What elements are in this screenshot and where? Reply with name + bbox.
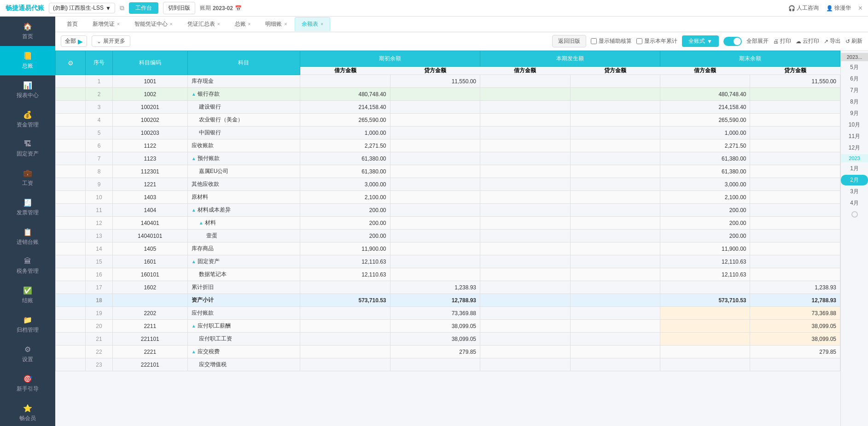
show-ytd-checkbox[interactable]: 显示本年累计 bbox=[636, 37, 677, 45]
row-settings-22[interactable] bbox=[56, 358, 86, 371]
row-settings-10[interactable] bbox=[56, 204, 86, 217]
sidebar-item-guide[interactable]: 🎯 新手引导 bbox=[0, 369, 55, 398]
month-2-active[interactable]: 2月 bbox=[841, 175, 868, 185]
row-name-22[interactable]: 应交增值税 bbox=[187, 358, 300, 371]
sidebar-item-member[interactable]: ⭐ 畅会员 bbox=[0, 398, 55, 426]
row-settings-14[interactable] bbox=[56, 255, 86, 268]
row-name-14[interactable]: ▲ 固定资产 bbox=[187, 255, 300, 268]
print-button[interactable]: 🖨 打印 bbox=[773, 37, 791, 45]
tab-home[interactable]: 首页 bbox=[60, 17, 85, 31]
copy-icon[interactable]: ⧉ bbox=[120, 4, 124, 12]
month-9[interactable]: 9月 bbox=[841, 108, 868, 119]
sidebar-item-assets-mgmt[interactable]: 💰 资金管理 bbox=[0, 105, 55, 134]
calendar-icon[interactable]: 📅 bbox=[235, 5, 242, 12]
expand-button[interactable]: ⌄ 展开更多 bbox=[92, 35, 130, 47]
row-name-2[interactable]: 建设银行 bbox=[187, 101, 300, 114]
row-name-21[interactable]: ▲ 应交税费 bbox=[187, 345, 300, 358]
row-settings-2[interactable] bbox=[56, 101, 86, 114]
row-name-6[interactable]: ▲ 预付账款 bbox=[187, 152, 300, 165]
month-10[interactable]: 10月 bbox=[841, 120, 868, 130]
row-settings-18[interactable] bbox=[56, 307, 86, 320]
row-name-11[interactable]: ▲ 材料 bbox=[187, 217, 300, 230]
user-avatar[interactable]: 👤 徐漫华 bbox=[826, 4, 851, 12]
month-4[interactable]: 4月 bbox=[841, 198, 868, 208]
sidebar-item-wages[interactable]: 💼 工资 bbox=[0, 163, 55, 193]
tab-smart-voucher[interactable]: 智能凭证中心 × bbox=[128, 17, 180, 31]
switch-version-button[interactable]: 切到旧版 bbox=[163, 2, 195, 14]
show-aux-checkbox[interactable]: 显示辅助核算 bbox=[591, 37, 632, 45]
sidebar-item-fixed-assets[interactable]: 🏗 固定资产 bbox=[0, 134, 55, 163]
consult-button[interactable]: 🎧 人工咨询 bbox=[788, 4, 819, 12]
month-11[interactable]: 11月 bbox=[841, 131, 868, 142]
sidebar-item-invoice[interactable]: 🧾 发票管理 bbox=[0, 193, 55, 222]
row-name-7[interactable]: 嘉属EU公司 bbox=[187, 165, 300, 178]
row-settings-13[interactable] bbox=[56, 242, 86, 255]
global-close-button[interactable]: × bbox=[858, 4, 862, 12]
row-settings-15[interactable] bbox=[56, 268, 86, 281]
workbench-button[interactable]: 工作台 bbox=[129, 2, 158, 14]
sidebar-item-settings[interactable]: ⚙ 设置 bbox=[0, 340, 55, 369]
month-5[interactable]: 5月 bbox=[841, 62, 868, 73]
fullmode-button[interactable]: 全账式 ▼ bbox=[682, 35, 719, 47]
row-settings-11[interactable] bbox=[56, 217, 86, 230]
sidebar-item-archive[interactable]: 📁 归档管理 bbox=[0, 310, 55, 340]
row-name-15[interactable]: 数据笔记本 bbox=[187, 268, 300, 281]
row-settings-20[interactable] bbox=[56, 333, 86, 345]
sidebar-item-reports[interactable]: 📊 报表中心 bbox=[0, 75, 55, 105]
tab-new-voucher[interactable]: 新增凭证 × bbox=[86, 17, 127, 31]
row-settings-21[interactable] bbox=[56, 345, 86, 358]
row-name-8[interactable]: 其他应收款 bbox=[187, 178, 300, 191]
tab-ledger[interactable]: 总账 × bbox=[228, 17, 258, 31]
ytd-checkbox-input[interactable] bbox=[636, 38, 642, 44]
row-name-16[interactable]: 累计折旧 bbox=[187, 281, 300, 294]
tab-detail-ledger[interactable]: 明细账 × bbox=[258, 17, 294, 31]
row-name-4[interactable]: 中国银行 bbox=[187, 127, 300, 139]
sidebar-item-tax[interactable]: 🏛 税务管理 bbox=[0, 252, 55, 281]
sidebar-item-ledger[interactable]: 📒 总账 bbox=[0, 46, 55, 75]
row-name-19[interactable]: ▲ 应付职工薪酬 bbox=[187, 320, 300, 333]
row-name-3[interactable]: 农业银行（美金） bbox=[187, 114, 300, 127]
row-settings-8[interactable] bbox=[56, 178, 86, 191]
row-name-9[interactable]: 原材料 bbox=[187, 191, 300, 204]
export-button[interactable]: ↗ 导出 bbox=[824, 37, 841, 45]
row-name-13[interactable]: 库存商品 bbox=[187, 242, 300, 255]
row-settings-5[interactable] bbox=[56, 139, 86, 152]
row-settings-17[interactable] bbox=[56, 294, 86, 307]
row-settings-0[interactable] bbox=[56, 75, 86, 88]
month-8[interactable]: 8月 bbox=[841, 97, 868, 107]
refresh-button[interactable]: ↺ 刷新 bbox=[845, 37, 862, 45]
col-header-settings[interactable]: ⚙ bbox=[56, 51, 86, 75]
close-voucher-summary[interactable]: × bbox=[217, 22, 220, 27]
month-1[interactable]: 1月 bbox=[841, 163, 868, 174]
row-settings-16[interactable] bbox=[56, 281, 86, 294]
gear-icon[interactable]: ⚙ bbox=[68, 59, 74, 67]
cloud-print-button[interactable]: ☁ 云打印 bbox=[796, 37, 819, 45]
expand-all-toggle[interactable] bbox=[723, 37, 742, 46]
close-detail-ledger[interactable]: × bbox=[284, 22, 287, 27]
month-6[interactable]: 6月 bbox=[841, 74, 868, 84]
row-settings-19[interactable] bbox=[56, 320, 86, 333]
row-name-5[interactable]: 应收账款 bbox=[187, 139, 300, 152]
row-settings-7[interactable] bbox=[56, 165, 86, 178]
row-name-10[interactable]: ▲ 材料成本差异 bbox=[187, 204, 300, 217]
row-settings-6[interactable] bbox=[56, 152, 86, 165]
row-settings-3[interactable] bbox=[56, 114, 86, 127]
month-7[interactable]: 7月 bbox=[841, 85, 868, 96]
return-old-button[interactable]: 返回旧版 bbox=[552, 35, 586, 47]
row-name-20[interactable]: 应付职工工资 bbox=[187, 333, 300, 345]
row-name-1[interactable]: ▲ 银行存款 bbox=[187, 88, 300, 101]
sidebar-item-closing[interactable]: ✅ 结账 bbox=[0, 281, 55, 310]
aux-checkbox-input[interactable] bbox=[591, 38, 597, 44]
row-settings-12[interactable] bbox=[56, 230, 86, 242]
row-settings-9[interactable] bbox=[56, 191, 86, 204]
close-new-voucher[interactable]: × bbox=[117, 22, 120, 27]
right-panel-circle-icon[interactable] bbox=[851, 211, 858, 218]
row-settings-4[interactable] bbox=[56, 127, 86, 139]
sidebar-item-home[interactable]: 🏠 首页 bbox=[0, 17, 55, 46]
close-balance-sheet[interactable]: × bbox=[320, 22, 323, 27]
row-settings-1[interactable] bbox=[56, 88, 86, 101]
tab-balance-sheet[interactable]: 余额表 × bbox=[295, 17, 330, 31]
month-3[interactable]: 3月 bbox=[841, 186, 868, 197]
company-selector[interactable]: (勿删) 江西股生-LSS ▼ bbox=[49, 3, 115, 13]
sidebar-item-purchase[interactable]: 📋 进销台账 bbox=[0, 222, 55, 252]
